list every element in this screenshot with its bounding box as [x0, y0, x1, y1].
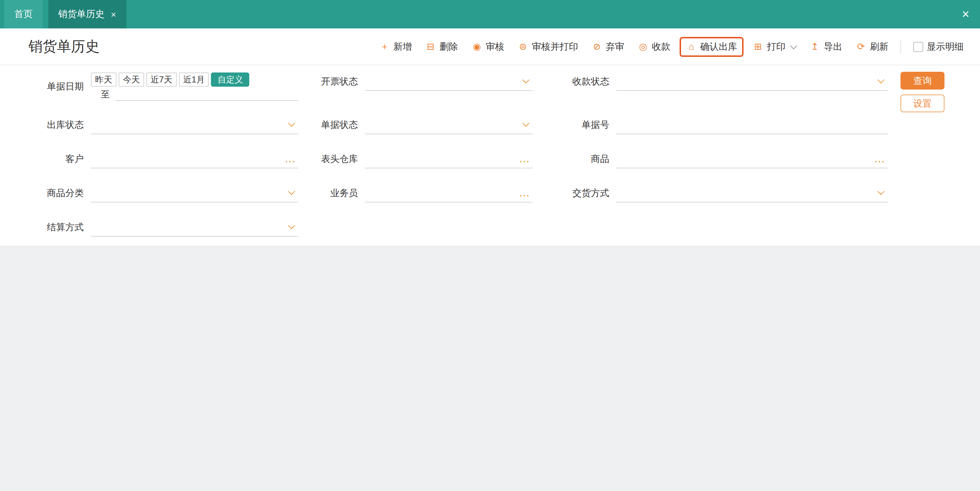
- audit-label: 审核: [486, 40, 504, 53]
- product-label: 商品: [541, 153, 609, 166]
- unaudit-label: 弃审: [606, 40, 624, 53]
- print-button[interactable]: ⊞ 打印: [746, 37, 802, 56]
- delivery-method-label: 交货方式: [541, 187, 609, 200]
- plus-icon: +: [379, 41, 390, 52]
- coin-icon: ◎: [638, 41, 648, 52]
- quick-1month-button[interactable]: 近1月: [178, 72, 209, 87]
- delete-label: 删除: [439, 40, 458, 53]
- window-close-icon[interactable]: ×: [951, 0, 980, 29]
- show-detail-toggle[interactable]: 显示明细: [907, 37, 970, 56]
- refresh-label: 刷新: [870, 40, 888, 53]
- refresh-button[interactable]: ⟳ 刷新: [850, 37, 895, 56]
- export-label: 导出: [824, 40, 842, 53]
- toolbar-divider: [900, 40, 901, 53]
- audit-print-icon: ⊜: [518, 41, 528, 52]
- chevron-down-icon: [288, 188, 295, 195]
- app-window: 首页 销货单历史 × × 销货单历史 + 新增 ⊟ 删除 ◉ 审核 ⊜ 审核并打…: [0, 0, 980, 246]
- chevron-down-icon: [877, 77, 885, 83]
- invoice-status-select[interactable]: [365, 72, 533, 91]
- customer-filter-label: 客户: [0, 153, 84, 166]
- tab-home[interactable]: 首页: [4, 0, 43, 29]
- salesperson-label: 业务员: [307, 187, 358, 200]
- salesperson-picker[interactable]: [365, 184, 533, 202]
- confirm-outbound-button[interactable]: ⌂ 确认出库: [679, 37, 743, 56]
- product-category-label: 商品分类: [0, 187, 84, 200]
- doc-date-label: 单据日期: [0, 80, 84, 93]
- outbound-icon: ⌂: [686, 41, 697, 52]
- printer-icon: ⊞: [753, 41, 764, 52]
- chevron-down-icon: [288, 222, 295, 229]
- quick-7days-button[interactable]: 近7天: [146, 72, 177, 87]
- doc-no-input[interactable]: [616, 116, 888, 134]
- toolbar: + 新增 ⊟ 删除 ◉ 审核 ⊜ 审核并打印 ⊘ 弃审 ◎ 收款: [373, 37, 970, 56]
- doc-status-filter-label: 单据状态: [307, 119, 358, 131]
- quick-today-button[interactable]: 今天: [119, 72, 144, 87]
- receive-payment-label: 收款: [652, 40, 670, 53]
- ellipsis-icon: [874, 156, 885, 166]
- tab-bar: 首页 销货单历史 × ×: [0, 0, 980, 29]
- page-header: 销货单历史 + 新增 ⊟ 删除 ◉ 审核 ⊜ 审核并打印 ⊘ 弃审: [0, 29, 980, 65]
- date-to-input[interactable]: [115, 89, 298, 101]
- audit-icon: ◉: [471, 41, 482, 52]
- filter-panel: 单据日期 昨天 今天 近7天 近1月 自定义 至 开票状态: [0, 65, 980, 246]
- audit-print-button[interactable]: ⊜ 审核并打印: [511, 37, 584, 56]
- ellipsis-icon: [519, 156, 530, 166]
- add-label: 新增: [393, 40, 412, 53]
- settings-button[interactable]: 设置: [900, 94, 945, 112]
- show-detail-label: 显示明细: [927, 40, 964, 53]
- invoice-status-label: 开票状态: [307, 75, 358, 88]
- delivery-method-select[interactable]: [616, 184, 888, 202]
- chevron-down-icon: [522, 77, 530, 83]
- trash-icon: ⊟: [425, 41, 436, 52]
- confirm-outbound-label: 确认出库: [700, 40, 737, 53]
- page-title: 销货单历史: [29, 37, 99, 56]
- date-to-label: 至: [101, 89, 110, 101]
- print-label: 打印: [767, 40, 786, 53]
- customer-picker[interactable]: [91, 150, 298, 168]
- chevron-down-icon: [877, 188, 885, 195]
- export-icon: ↥: [810, 41, 820, 52]
- query-button[interactable]: 查询: [900, 72, 945, 89]
- date-range-widget: 昨天 今天 近7天 近1月 自定义 至: [91, 72, 298, 101]
- outbound-status-select[interactable]: [91, 116, 298, 134]
- chevron-down-icon: [790, 42, 797, 49]
- receipt-status-filter-label: 收款状态: [541, 75, 609, 88]
- doc-status-select[interactable]: [365, 116, 533, 134]
- show-detail-checkbox[interactable]: [913, 41, 923, 51]
- receive-payment-button[interactable]: ◎ 收款: [631, 37, 677, 56]
- product-category-select[interactable]: [91, 184, 298, 202]
- settlement-method-select[interactable]: [91, 218, 298, 237]
- quick-yesterday-button[interactable]: 昨天: [91, 72, 116, 87]
- unaudit-icon: ⊘: [592, 41, 602, 52]
- tab-close-icon[interactable]: ×: [111, 9, 116, 19]
- ellipsis-icon: [519, 190, 530, 200]
- quick-custom-button[interactable]: 自定义: [211, 72, 250, 87]
- unaudit-button[interactable]: ⊘ 弃审: [585, 37, 631, 56]
- doc-no-label: 单据号: [541, 119, 609, 131]
- ellipsis-icon: [285, 156, 296, 166]
- delete-button[interactable]: ⊟ 删除: [419, 37, 465, 56]
- settlement-method-label: 结算方式: [0, 221, 84, 234]
- tab-sales-history[interactable]: 销货单历史 ×: [48, 0, 126, 29]
- chevron-down-icon: [522, 120, 530, 127]
- add-button[interactable]: + 新增: [373, 37, 418, 56]
- chevron-down-icon: [288, 120, 295, 127]
- outbound-status-label: 出库状态: [0, 119, 84, 131]
- export-button[interactable]: ↥ 导出: [803, 37, 849, 56]
- receipt-status-select[interactable]: [616, 72, 888, 91]
- warehouse-label: 表头仓库: [307, 153, 358, 166]
- audit-button[interactable]: ◉ 审核: [465, 37, 511, 56]
- refresh-icon: ⟳: [856, 41, 866, 52]
- tab-sales-history-label: 销货单历史: [58, 8, 104, 21]
- audit-print-label: 审核并打印: [532, 40, 578, 53]
- product-picker[interactable]: [616, 150, 888, 168]
- warehouse-picker[interactable]: [365, 150, 533, 168]
